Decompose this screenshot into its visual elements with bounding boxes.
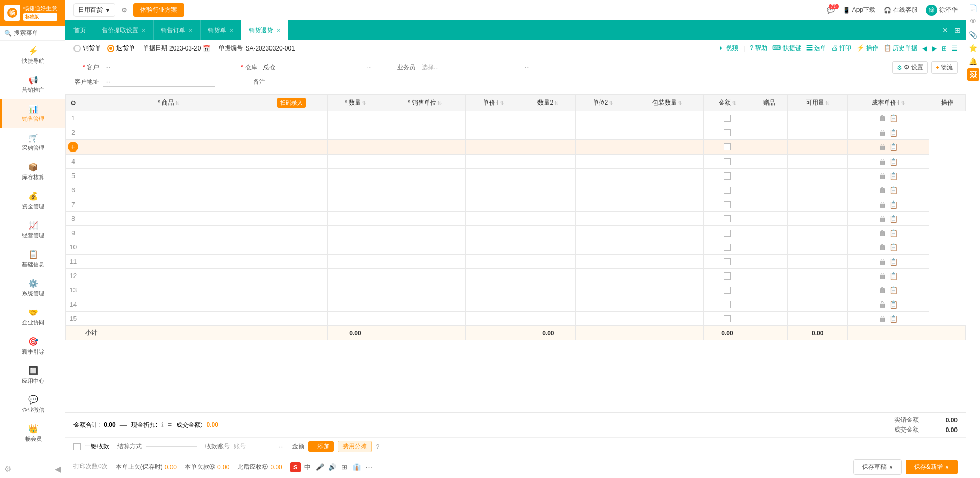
- row-sales-unit-1[interactable]: [327, 111, 383, 125]
- row-cost-price-3[interactable]: [787, 140, 847, 155]
- delete-icon-12[interactable]: 🗑: [879, 272, 886, 280]
- row-sales-unit-6[interactable]: [327, 183, 383, 197]
- logistics-button[interactable]: + 物流: [931, 61, 958, 74]
- row-cost-price-14[interactable]: [787, 297, 847, 312]
- sidebar-item-system[interactable]: ⚙️ 系统管理: [0, 273, 65, 303]
- row-unit2-4[interactable]: [521, 155, 575, 169]
- row-pack-qty-7[interactable]: [575, 197, 630, 212]
- fee-split-button[interactable]: 费用分摊: [338, 441, 372, 452]
- row-sales-unit-12[interactable]: [327, 269, 383, 283]
- row-unit2-12[interactable]: [521, 269, 575, 283]
- radio-delivery[interactable]: 销货单: [74, 44, 101, 53]
- row-product-7[interactable]: [81, 197, 256, 212]
- settlement-input[interactable]: [146, 446, 197, 447]
- daily-selector[interactable]: 日用百货 ▼: [74, 3, 115, 17]
- row-pack-qty-4[interactable]: [575, 155, 630, 169]
- row-cost-price-10[interactable]: [787, 240, 847, 255]
- th-settings[interactable]: ⚙: [66, 95, 81, 111]
- row-available-3[interactable]: [751, 140, 787, 155]
- tab-expand[interactable]: ⊞: [953, 25, 962, 35]
- unit-price-info-icon[interactable]: ℹ: [496, 99, 499, 107]
- user-profile-btn[interactable]: 徐 徐泽华: [926, 5, 958, 16]
- row-product-12[interactable]: [81, 269, 256, 283]
- row-quantity2-9[interactable]: [466, 226, 521, 240]
- row-quantity2-10[interactable]: [466, 240, 521, 255]
- row-unit-price-14[interactable]: [383, 297, 466, 312]
- copy-icon-5[interactable]: 📋: [889, 172, 898, 180]
- fee-split-info-icon[interactable]: ?: [376, 443, 379, 450]
- sidebar-item-member[interactable]: 👑 畅会员: [0, 419, 65, 448]
- gift-checkbox-10[interactable]: [724, 244, 731, 251]
- tab-sales-order-close[interactable]: ✕: [188, 27, 193, 34]
- row-unit-price-8[interactable]: [383, 212, 466, 226]
- row-sales-unit-2[interactable]: [327, 125, 383, 140]
- delete-icon-4[interactable]: 🗑: [879, 158, 886, 166]
- row-available-6[interactable]: [751, 183, 787, 197]
- gift-checkbox-9[interactable]: [724, 230, 731, 237]
- row-quantity-11[interactable]: [256, 255, 327, 269]
- sort-unit2-icon[interactable]: ⇅: [609, 100, 613, 106]
- row-unit2-7[interactable]: [521, 197, 575, 212]
- row-available-9[interactable]: [751, 226, 787, 240]
- row-quantity-14[interactable]: [256, 297, 327, 312]
- sort-product-icon[interactable]: ⇅: [175, 100, 179, 106]
- shirt-icon[interactable]: 👔: [352, 462, 362, 472]
- row-cost-price-1[interactable]: [787, 111, 847, 125]
- sidebar-item-enterprise[interactable]: 🤝 企业协同: [0, 303, 65, 332]
- row-available-10[interactable]: [751, 240, 787, 255]
- row-gift-9[interactable]: [704, 226, 751, 240]
- row-amount-5[interactable]: [630, 169, 703, 183]
- row-pack-qty-12[interactable]: [575, 269, 630, 283]
- one-click-payment-checkbox[interactable]: [74, 443, 81, 450]
- row-available-2[interactable]: [751, 125, 787, 140]
- copy-icon-2[interactable]: 📋: [889, 129, 898, 137]
- row-available-4[interactable]: [751, 155, 787, 169]
- copy-icon-14[interactable]: 📋: [889, 300, 898, 309]
- row-available-11[interactable]: [751, 255, 787, 269]
- row-sales-unit-5[interactable]: [327, 169, 383, 183]
- row-quantity2-2[interactable]: [466, 125, 521, 140]
- row-amount-12[interactable]: [630, 269, 703, 283]
- gift-checkbox-5[interactable]: [724, 172, 731, 180]
- sidebar-item-inventory[interactable]: 📦 库存核算: [0, 157, 65, 186]
- rp-icon-6[interactable]: 🖼: [967, 68, 979, 81]
- copy-icon-7[interactable]: 📋: [889, 200, 898, 209]
- row-unit2-13[interactable]: [521, 283, 575, 297]
- copy-icon-6[interactable]: 📋: [889, 186, 898, 194]
- grid-view-icon[interactable]: ⊞: [942, 45, 947, 52]
- row-sales-unit-10[interactable]: [327, 240, 383, 255]
- sort-quantity-icon[interactable]: ⇅: [362, 100, 366, 106]
- discount-info-icon[interactable]: ℹ: [161, 421, 164, 429]
- row-pack-qty-1[interactable]: [575, 111, 630, 125]
- row-unit-price-6[interactable]: [383, 183, 466, 197]
- action-video[interactable]: ⏵ 视频: [718, 44, 738, 53]
- row-quantity-9[interactable]: [256, 226, 327, 240]
- row-quantity-10[interactable]: [256, 240, 327, 255]
- row-quantity-7[interactable]: [256, 197, 327, 212]
- row-cost-price-13[interactable]: [787, 283, 847, 297]
- row-unit-price-5[interactable]: [383, 169, 466, 183]
- gift-checkbox-12[interactable]: [724, 272, 731, 280]
- action-history[interactable]: 📋 历史单据: [884, 44, 917, 53]
- note-input[interactable]: [270, 81, 474, 83]
- row-unit-price-9[interactable]: [383, 226, 466, 240]
- row-quantity2-5[interactable]: [466, 169, 521, 183]
- save-draft-button[interactable]: 保存草稿 ∧: [853, 459, 902, 475]
- gift-checkbox-2[interactable]: [724, 129, 731, 136]
- row-quantity-5[interactable]: [256, 169, 327, 183]
- tab-sales-return-close[interactable]: ✕: [276, 27, 281, 34]
- tab-close-all[interactable]: ✕: [941, 25, 949, 35]
- row-unit-price-13[interactable]: [383, 283, 466, 297]
- row-available-1[interactable]: [751, 111, 787, 125]
- row-cost-price-11[interactable]: [787, 255, 847, 269]
- message-badge[interactable]: 💬 70: [827, 7, 835, 14]
- cost-price-info-icon[interactable]: ℹ: [897, 99, 900, 107]
- row-sales-unit-7[interactable]: [327, 197, 383, 212]
- trial-button[interactable]: 体验行业方案: [133, 3, 184, 17]
- tab-sales-return[interactable]: 销货退货 ✕: [241, 20, 288, 40]
- row-unit-price-2[interactable]: [383, 125, 466, 140]
- row-cost-price-9[interactable]: [787, 226, 847, 240]
- row-unit2-2[interactable]: [521, 125, 575, 140]
- action-select[interactable]: ☰ 选单: [806, 44, 826, 53]
- search-menu[interactable]: 🔍 搜索菜单: [0, 26, 65, 41]
